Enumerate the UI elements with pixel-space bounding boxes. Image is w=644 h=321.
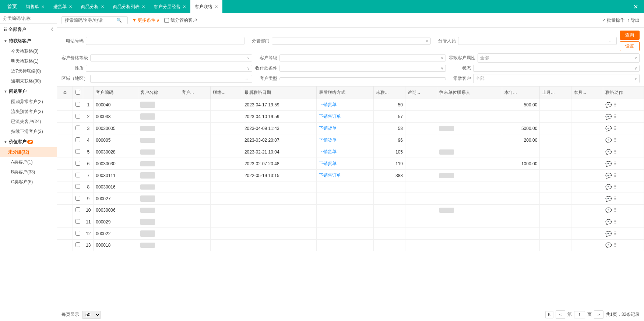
sidebar-group-pending-header[interactable]: ▼ 待联络客户 — [0, 36, 57, 46]
gender-select[interactable]: ∨ — [86, 65, 252, 72]
my-customers-checkbox[interactable]: 我分管的客户 — [164, 17, 197, 24]
dept-select[interactable]: ∨ — [272, 38, 430, 45]
grid-action-icon[interactable]: ⠿ — [613, 126, 617, 131]
chat-icon[interactable]: 💬 — [605, 149, 612, 155]
chat-icon[interactable]: 💬 — [605, 114, 612, 120]
nav-tab-customer-contact[interactable]: 客户联络 ✕ — [190, 0, 222, 13]
sidebar-search-input[interactable] — [3, 16, 57, 21]
close-product-list-tab[interactable]: ✕ — [142, 4, 145, 9]
nav-tab-product-analysis[interactable]: 商品分析 ✕ — [77, 0, 109, 13]
row-checkbox[interactable] — [75, 102, 80, 107]
sidebar-group-problem-header[interactable]: ▼ 问题客户 — [0, 86, 57, 97]
person-more-icon[interactable]: ··· — [608, 38, 614, 43]
sidebar-group-value-header[interactable]: ▼ 价值客户 ⟳ — [0, 137, 57, 147]
price-level-select[interactable]: ∨ — [90, 54, 252, 61]
customer-level-select[interactable]: ∨ — [279, 54, 446, 61]
close-customer-tier-tab[interactable]: ✕ — [183, 4, 186, 9]
chat-icon[interactable]: 💬 — [605, 207, 612, 213]
last-method-link[interactable]: 下销售订单 — [319, 114, 341, 119]
nav-tab-customer-tier[interactable]: 客户分层经营 ✕ — [149, 0, 190, 13]
grid-action-icon[interactable]: ⠿ — [613, 242, 617, 248]
grid-action-icon[interactable]: ⠿ — [613, 114, 617, 120]
last-method-link[interactable]: 下销货单 — [319, 149, 337, 154]
retail-attr-select[interactable]: 全部 ∨ — [478, 53, 640, 63]
sidebar-item-class-c[interactable]: C类客户(6) — [0, 177, 57, 187]
row-checkbox[interactable] — [75, 231, 80, 236]
window-close-button[interactable]: ✕ — [630, 3, 641, 10]
region-more-icon[interactable]: ··· — [243, 76, 250, 81]
row-checkbox[interactable] — [75, 173, 80, 177]
sidebar-item-overdue[interactable]: 逾期未联络(30) — [0, 76, 57, 86]
last-method-link[interactable]: 下销货单 — [319, 137, 337, 142]
nav-tab-purchase[interactable]: 进货单 ✕ — [49, 0, 77, 13]
batch-operations-btn[interactable]: ✓ 批量操作 — [602, 17, 624, 24]
nav-tab-product-list[interactable]: 商品分析列表 ✕ — [109, 0, 149, 13]
grid-action-icon[interactable]: ⠿ — [613, 161, 617, 167]
query-button[interactable]: 查询 — [620, 31, 640, 40]
grid-action-icon[interactable]: ⠿ — [613, 184, 617, 190]
chat-icon[interactable]: 💬 — [605, 184, 612, 190]
row-checkbox[interactable] — [75, 114, 80, 119]
row-checkbox[interactable] — [75, 219, 80, 224]
grid-action-icon[interactable]: ⠿ — [613, 231, 617, 237]
sidebar-item-abnormal[interactable]: 囤购异常客户(2) — [0, 97, 57, 107]
payment-select[interactable]: ∨ — [279, 65, 446, 72]
nav-tab-sales[interactable]: 销售单 ✕ — [21, 0, 49, 13]
my-customers-check[interactable] — [164, 18, 169, 23]
sidebar-item-churned[interactable]: 已流失客户(24) — [0, 117, 57, 127]
status-select[interactable]: ∨ — [473, 65, 640, 72]
reset-button[interactable]: 设置 — [620, 41, 640, 51]
sidebar-item-declining[interactable]: 持续下滑客户(2) — [0, 127, 57, 137]
chat-icon[interactable]: 💬 — [605, 102, 612, 108]
more-conditions-btn[interactable]: ▼ 更多条件 ∧ — [132, 17, 160, 24]
chat-icon[interactable]: 💬 — [605, 219, 612, 225]
sidebar-item-tomorrow[interactable]: 明天待联络(1) — [0, 56, 57, 66]
per-page-select[interactable]: 50 100 200 — [82, 311, 101, 319]
row-checkbox[interactable] — [75, 184, 80, 189]
export-btn[interactable]: ↑ 导出 — [627, 17, 640, 24]
retail-customer-select[interactable]: 全部 ∨ — [473, 74, 640, 83]
row-checkbox[interactable] — [75, 137, 80, 142]
sidebar-all-customers[interactable]: ⠿ 全部客户 《 — [0, 24, 57, 36]
filter-search-input[interactable] — [65, 18, 116, 23]
grid-action-icon[interactable]: ⠿ — [613, 207, 617, 213]
grid-action-icon[interactable]: ⠿ — [613, 196, 617, 202]
row-checkbox[interactable] — [75, 161, 80, 166]
close-purchase-tab[interactable]: ✕ — [69, 4, 72, 9]
close-product-tab[interactable]: ✕ — [101, 4, 104, 9]
region-select[interactable]: ··· — [90, 75, 252, 83]
sidebar-item-7days[interactable]: 近7天待联络(0) — [0, 66, 57, 76]
close-customer-contact-tab[interactable]: ✕ — [215, 4, 218, 9]
person-select[interactable]: ··· — [458, 37, 617, 45]
select-all-checkbox[interactable] — [75, 90, 80, 95]
settings-col-header[interactable]: ⚙ — [57, 87, 73, 99]
row-checkbox[interactable] — [75, 196, 80, 201]
chat-icon[interactable]: 💬 — [605, 161, 612, 167]
customer-type-select[interactable] — [279, 77, 446, 80]
chat-icon[interactable]: 💬 — [605, 242, 612, 248]
chat-icon[interactable]: 💬 — [605, 196, 612, 202]
sidebar-item-class-b[interactable]: B类客户(33) — [0, 167, 57, 177]
chat-icon[interactable]: 💬 — [605, 231, 612, 237]
page-number-input[interactable] — [574, 311, 585, 318]
last-method-link[interactable]: 下销货单 — [319, 161, 337, 166]
close-sales-tab[interactable]: ✕ — [41, 4, 45, 9]
grid-action-icon[interactable]: ⠿ — [613, 137, 617, 143]
chat-icon[interactable]: 💬 — [605, 126, 612, 131]
nav-home[interactable]: 首页 — [3, 3, 21, 10]
row-checkbox[interactable] — [75, 207, 80, 212]
grid-action-icon[interactable]: ⠿ — [613, 149, 617, 155]
next-page-btn[interactable]: ＞ — [594, 310, 603, 319]
row-checkbox[interactable] — [75, 242, 80, 247]
grid-action-icon[interactable]: ⠿ — [613, 219, 617, 225]
prev-page-btn[interactable]: ＜ — [556, 310, 565, 319]
sidebar-item-churn-warning[interactable]: 流失预警客户(3) — [0, 107, 57, 117]
last-method-link[interactable]: 下销货单 — [319, 102, 337, 107]
row-checkbox[interactable] — [75, 126, 80, 130]
chat-icon[interactable]: 💬 — [605, 137, 612, 143]
sidebar-item-ungrouped[interactable]: 未分组(32) — [0, 147, 57, 157]
row-checkbox[interactable] — [75, 149, 80, 154]
grid-action-icon[interactable]: ⠿ — [613, 173, 617, 179]
last-method-link[interactable]: 下销售订单 — [319, 173, 341, 178]
sidebar-item-today[interactable]: 今天待联络(0) — [0, 46, 57, 56]
